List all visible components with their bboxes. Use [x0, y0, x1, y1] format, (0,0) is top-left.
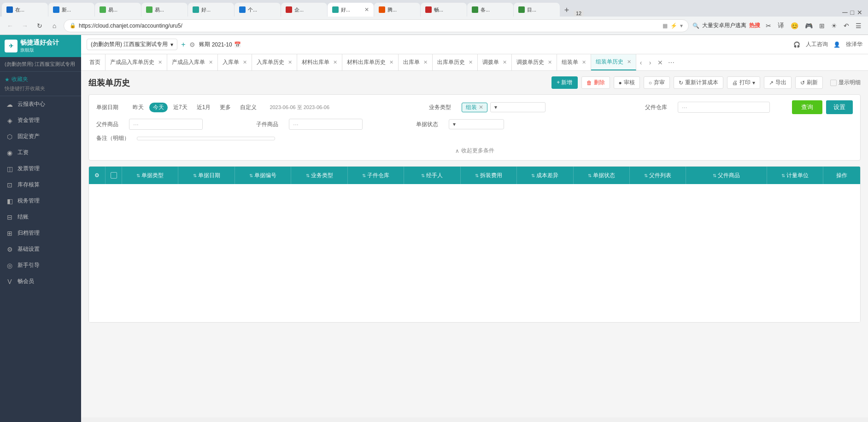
- browser-tab-5[interactable]: 好...: [188, 3, 234, 17]
- th-settings[interactable]: ⚙: [89, 167, 106, 184]
- th-date[interactable]: ⇅ 单据日期: [178, 167, 235, 184]
- date-btn-7days[interactable]: 近7天: [170, 103, 191, 112]
- date-btn-more[interactable]: 更多: [216, 103, 235, 112]
- browser-tab-1[interactable]: 在...: [2, 3, 48, 17]
- date-btn-custom[interactable]: 自定义: [236, 103, 260, 112]
- browser-tab-6[interactable]: 个...: [235, 3, 281, 17]
- th-check[interactable]: [106, 167, 122, 184]
- account-selector-topbar[interactable]: (勿删勿禁用) 江西服宝测试专用 ▾: [87, 39, 177, 50]
- favorites-hint[interactable]: 快捷键打开收藏夹: [5, 85, 76, 92]
- close-assembly-hist[interactable]: ✕: [548, 59, 552, 65]
- sidebar-item-membership[interactable]: V 畅会员: [0, 273, 81, 289]
- new-tab-button[interactable]: +: [560, 4, 573, 17]
- emoji-btn[interactable]: 😊: [789, 21, 800, 30]
- account-selector-sidebar[interactable]: (勿删勿禁用) 江西服宝测试专用: [0, 57, 81, 72]
- menu-btn[interactable]: ☰: [854, 21, 863, 30]
- th-parent-list[interactable]: ⇅ 父件列表: [630, 167, 686, 184]
- th-num[interactable]: ⇅ 单据编号: [235, 167, 291, 184]
- sidebar-item-tax[interactable]: ◧ 税务管理: [0, 193, 81, 209]
- bill-status-select[interactable]: ▾: [449, 119, 504, 129]
- tab-close-8[interactable]: ✕: [364, 6, 369, 13]
- refresh-button[interactable]: ↻: [34, 20, 45, 31]
- filter-settings-button[interactable]: 设置: [826, 100, 853, 114]
- biz-type-select[interactable]: ▾: [490, 102, 545, 112]
- biz-type-remove-icon[interactable]: ✕: [479, 104, 483, 110]
- page-tab-in-hist[interactable]: 入库单历史 ✕: [252, 54, 297, 70]
- browser-tab-8[interactable]: 好... ✕: [328, 3, 374, 17]
- support-label[interactable]: 人工咨询: [806, 40, 828, 48]
- page-tab-out-order[interactable]: 出库单 ✕: [399, 54, 433, 70]
- sub-goods-input[interactable]: ···: [289, 119, 363, 130]
- th-handler[interactable]: ⇅ 经手人: [404, 167, 460, 184]
- page-tab-mat-out[interactable]: 材料出库单 ✕: [297, 54, 342, 70]
- close-prod-in-hist[interactable]: ✕: [158, 59, 162, 65]
- page-tab-home[interactable]: 首页: [85, 54, 106, 70]
- dropdown-url-btn[interactable]: ▾: [680, 23, 683, 29]
- add-account-button[interactable]: +: [181, 40, 185, 49]
- close-btn[interactable]: ✕: [857, 9, 862, 16]
- gear-settings-icon[interactable]: ⚙: [189, 41, 195, 48]
- close-mat-out[interactable]: ✕: [333, 59, 337, 65]
- sidebar-item-fixed-assets[interactable]: ⬡ 固定资产: [0, 128, 81, 145]
- browser-tab-3[interactable]: 易...: [95, 3, 141, 17]
- tab-nav-more[interactable]: ⋯: [666, 59, 677, 66]
- hot-tag[interactable]: 热搜: [749, 22, 760, 29]
- date-btn-1month[interactable]: 近1月: [193, 103, 215, 112]
- page-tab-in-order[interactable]: 入库单 ✕: [218, 54, 252, 70]
- date-btn-yesterday[interactable]: 昨天: [129, 103, 147, 112]
- page-tab-out-hist[interactable]: 出库单历史 ✕: [433, 54, 478, 70]
- refresh-button[interactable]: ↺ 刷新: [795, 76, 823, 89]
- back-button[interactable]: ←: [5, 20, 16, 31]
- th-warehouse[interactable]: ⇅ 子件仓库: [348, 167, 404, 184]
- audit-button[interactable]: ● 审核: [614, 76, 640, 89]
- sidebar-item-invoice[interactable]: ◫ 发票管理: [0, 161, 81, 177]
- qr-icon[interactable]: ▦: [663, 23, 668, 29]
- forward-button[interactable]: →: [19, 20, 30, 31]
- browser-tab-2[interactable]: 新...: [48, 3, 94, 17]
- close-kit-hist[interactable]: ✕: [627, 59, 631, 65]
- tab-nav-left-arrow[interactable]: ‹: [636, 59, 645, 66]
- th-status[interactable]: ⇅ 单据状态: [574, 167, 630, 184]
- display-detail-checkbox[interactable]: [830, 80, 837, 86]
- query-button[interactable]: 查询: [792, 100, 822, 114]
- sidebar-item-checkout[interactable]: ⊟ 结账: [0, 209, 81, 225]
- recalc-button[interactable]: ↻ 重新计算成本: [674, 76, 723, 89]
- close-in-order[interactable]: ✕: [243, 59, 247, 65]
- tab-nav-close-all[interactable]: ✕: [655, 59, 666, 66]
- sidebar-item-payroll[interactable]: ◉ 工资: [0, 145, 81, 161]
- parent-warehouse-input[interactable]: ···: [678, 102, 770, 113]
- select-all-checkbox[interactable]: [111, 172, 117, 179]
- page-tab-kit-hist[interactable]: 组装单历史 ✕: [591, 54, 636, 70]
- add-button[interactable]: + 新增: [551, 76, 577, 89]
- th-type[interactable]: ⇅ 单据类型: [122, 167, 178, 184]
- game-btn[interactable]: 🎮: [803, 21, 815, 30]
- page-tab-kit-order[interactable]: 组装单 ✕: [557, 54, 591, 70]
- th-unit[interactable]: ⇅ 计量单位: [767, 167, 823, 184]
- note-input[interactable]: [137, 137, 275, 140]
- parent-goods-input[interactable]: ···: [129, 119, 203, 130]
- url-bar[interactable]: 🔒 https://cloud.chanjet.com/accounting/u…: [64, 19, 689, 32]
- print-button[interactable]: 🖨 打印 ▾: [727, 76, 760, 89]
- close-out-hist[interactable]: ✕: [469, 59, 473, 65]
- close-in-hist[interactable]: ✕: [288, 59, 292, 65]
- close-kit-order[interactable]: ✕: [582, 59, 586, 65]
- export-button[interactable]: ↗ 导出: [764, 76, 792, 89]
- page-tab-assembly-hist[interactable]: 调拨单历史 ✕: [512, 54, 557, 70]
- sidebar-item-archive[interactable]: ⊞ 归档管理: [0, 225, 81, 241]
- sidebar-item-guide[interactable]: ◎ 新手引导: [0, 257, 81, 273]
- sidebar-item-fund[interactable]: ◈ 资金管理: [0, 112, 81, 128]
- browser-tab-12[interactable]: 目...: [514, 3, 560, 17]
- sidebar-item-cloud-report[interactable]: ☁ 云报表中心: [0, 96, 81, 112]
- horizontal-scrollbar[interactable]: [81, 417, 868, 422]
- th-cost[interactable]: ⇅ 拆装费用: [461, 167, 517, 184]
- lightning-icon[interactable]: ⚡: [670, 23, 677, 29]
- sidebar-item-inventory[interactable]: ⊡ 库存核算: [0, 177, 81, 193]
- display-detail-toggle[interactable]: 显示明细: [830, 79, 861, 87]
- date-btn-today[interactable]: 今天: [149, 103, 168, 112]
- maximize-btn[interactable]: □: [850, 9, 854, 16]
- undo-btn[interactable]: ↶: [842, 21, 851, 30]
- abandon-button[interactable]: ○ 弃审: [644, 76, 670, 89]
- th-biz[interactable]: ⇅ 业务类型: [291, 167, 347, 184]
- browser-tab-11[interactable]: 各...: [467, 3, 513, 17]
- page-tab-mat-out-hist[interactable]: 材料出库单历史 ✕: [342, 54, 399, 70]
